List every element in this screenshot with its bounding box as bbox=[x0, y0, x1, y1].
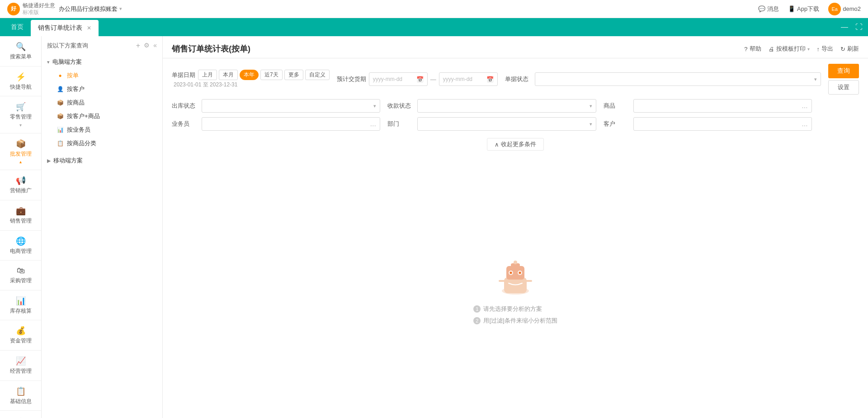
payment-status-select[interactable]: ▾ bbox=[417, 99, 596, 113]
tree-item-label: 按商品 bbox=[67, 99, 85, 107]
calendar-icon: 📅 bbox=[416, 76, 424, 83]
page-actions: ? 帮助 🖨 按模板打印 ▾ ↑ 导出 ↻ 刷新 bbox=[744, 45, 859, 53]
combined-icon: 📦 bbox=[56, 112, 64, 120]
customer-label: 客户 bbox=[604, 120, 631, 128]
left-panel-title: 按以下方案查询 bbox=[47, 42, 88, 50]
add-scheme-button[interactable]: + bbox=[136, 42, 140, 50]
refresh-action[interactable]: ↻ 刷新 bbox=[840, 45, 859, 53]
company-selector[interactable]: 办公用品行业模拟账套 ▾ bbox=[59, 5, 122, 13]
sidebar-item-search-menu[interactable]: 🔍 搜索菜单 bbox=[0, 36, 41, 66]
collapse-row: ∧ 收起更多条件 bbox=[172, 135, 859, 153]
right-main: 销售订单统计表(按单) ? 帮助 🖨 按模板打印 ▾ ↑ 导出 bbox=[163, 36, 868, 418]
tab-sales-order[interactable]: 销售订单统计表 ✕ bbox=[31, 20, 99, 36]
dept-group: 部门 ▾ bbox=[387, 117, 596, 131]
tree-item-label: 按客户 bbox=[67, 85, 85, 93]
sidebar-item-ecommerce[interactable]: 🌐 电商管理 bbox=[0, 231, 41, 261]
more-dots-icon[interactable]: … bbox=[802, 120, 808, 128]
query-button[interactable]: 查询 bbox=[828, 64, 859, 78]
filter-row-2: 出库状态 ▾ 收款状态 ▾ 商品 bbox=[172, 99, 859, 113]
help-action[interactable]: ? 帮助 bbox=[744, 45, 761, 53]
filter-area: 单据日期 上月 本月 本年 近7天 更多 自定义 2023-01-0 bbox=[163, 58, 868, 159]
inventory-icon: 📊 bbox=[16, 296, 26, 306]
dept-label: 部门 bbox=[387, 120, 415, 128]
date-btn-this-month[interactable]: 本月 bbox=[219, 70, 238, 80]
sidebar-item-quick-nav[interactable]: ⚡ 快捷导航 bbox=[0, 66, 41, 97]
payment-status-group: 收款状态 ▾ bbox=[387, 99, 596, 113]
sidebar-item-wholesale[interactable]: 📦 批发管理 ▴ bbox=[0, 133, 41, 171]
date-btn-more[interactable]: 更多 bbox=[284, 70, 303, 80]
date-btn-last-month[interactable]: 上月 bbox=[198, 70, 217, 80]
tab-expand-button[interactable]: ⛶ bbox=[854, 22, 864, 33]
dept-select[interactable]: ▾ bbox=[417, 117, 596, 131]
more-dots-icon[interactable]: … bbox=[370, 120, 376, 128]
settings-button[interactable]: 设置 bbox=[828, 80, 859, 95]
svg-point-5 bbox=[510, 271, 512, 274]
sidebar-item-operations[interactable]: 📈 经营管理 bbox=[0, 351, 41, 381]
collapse-button[interactable]: ∧ 收起更多条件 bbox=[487, 138, 544, 151]
tree-item-by-category[interactable]: 📋 按商品分类 bbox=[47, 137, 162, 150]
goods-icon: 📦 bbox=[56, 99, 64, 107]
collapse-panel-button[interactable]: « bbox=[153, 42, 157, 50]
quick-nav-icon: ⚡ bbox=[16, 72, 26, 82]
tab-minimize-button[interactable]: — bbox=[839, 22, 850, 33]
date-btn-custom[interactable]: 自定义 bbox=[305, 70, 330, 80]
search-icon: 🔍 bbox=[16, 42, 26, 52]
tree-section-pc: ▾ 电脑端方案 ● 按单 👤 按客户 📦 按商品 bbox=[42, 53, 162, 152]
tree-parent-mobile[interactable]: ▶ 移动端方案 bbox=[42, 154, 162, 167]
tree-item-by-salesman[interactable]: 📊 按业务员 bbox=[47, 123, 162, 137]
top-bar-left: 好 畅捷通好生意 标准版 办公用品行业模拟账套 ▾ bbox=[7, 2, 122, 15]
settings-scheme-button[interactable]: ⚙ bbox=[144, 42, 150, 50]
chevron-right-icon: ▶ bbox=[47, 158, 51, 164]
message-action[interactable]: 💬 消息 bbox=[758, 5, 779, 13]
sidebar-item-base-info[interactable]: 📋 基础信息 bbox=[0, 381, 41, 411]
empty-tip-2: 2 用[过滤]条件来缩小分析范围 bbox=[473, 317, 557, 325]
tree-item-by-order[interactable]: ● 按单 bbox=[47, 69, 162, 82]
empty-area: 1 请先选择要分析的方案 2 用[过滤]条件来缩小分析范围 bbox=[163, 159, 868, 418]
tree-item-by-customer-goods[interactable]: 📦 按客户+商品 bbox=[47, 109, 162, 123]
date-to-input[interactable]: yyyy-mm-dd 📅 bbox=[439, 72, 498, 86]
shipping-status-select[interactable]: ▾ bbox=[202, 99, 380, 113]
bill-status-select[interactable]: ▾ bbox=[535, 72, 821, 86]
sidebar-item-retail[interactable]: 🛒 零售管理 ▾ bbox=[0, 96, 41, 133]
user-action[interactable]: Ea demo2 bbox=[828, 3, 861, 15]
tree-parent-pc[interactable]: ▾ 电脑端方案 bbox=[42, 55, 162, 69]
tree-children-pc: ● 按单 👤 按客户 📦 按商品 📦 按客户+商品 bbox=[42, 69, 162, 150]
operations-icon: 📈 bbox=[16, 356, 26, 366]
sidebar-item-marketing[interactable]: 📢 营销推广 bbox=[0, 170, 41, 200]
export-action[interactable]: ↑ 导出 bbox=[817, 45, 834, 53]
sidebar-item-finance[interactable]: 💰 资金管理 bbox=[0, 320, 41, 351]
calendar-icon: 📅 bbox=[486, 76, 494, 83]
chevron-down-icon: ▾ bbox=[19, 123, 22, 128]
filter-row-3: 业务员 … 部门 ▾ 客户 bbox=[172, 117, 859, 131]
tree-item-label: 按客户+商品 bbox=[67, 112, 100, 120]
date-btn-last-7-days[interactable]: 近7天 bbox=[260, 70, 283, 80]
content-area: 按以下方案查询 + ⚙ « ▾ 电脑端方案 ● 按单 bbox=[42, 36, 868, 418]
sidebar-item-sales[interactable]: 💼 销售管理 bbox=[0, 200, 41, 231]
expected-delivery-group: 预计交货期 yyyy-mm-dd 📅 — yyyy-mm-dd 📅 bbox=[337, 72, 498, 86]
payment-status-label: 收款状态 bbox=[387, 102, 415, 110]
pc-section-label: 电脑端方案 bbox=[52, 58, 82, 66]
date-btn-this-year[interactable]: 本年 bbox=[240, 70, 259, 80]
date-range-text: 2023-01-01 至 2023-12-31 bbox=[172, 81, 237, 89]
goods-select[interactable]: … bbox=[633, 99, 812, 113]
table-icon: 📋 bbox=[56, 139, 64, 147]
more-dots-icon[interactable]: … bbox=[802, 102, 808, 109]
sidebar-item-system[interactable]: ⚙ 系统管理 bbox=[0, 411, 41, 418]
chevron-down-icon: ▾ bbox=[807, 47, 810, 52]
salesman-select[interactable]: … bbox=[202, 117, 380, 131]
sidebar-item-purchase[interactable]: 🛍 采购管理 bbox=[0, 261, 41, 290]
sidebar-item-inventory[interactable]: 📊 库存核算 bbox=[0, 290, 41, 321]
export-icon: ↑ bbox=[817, 46, 820, 52]
customer-select[interactable]: … bbox=[633, 117, 812, 131]
tree-item-by-customer[interactable]: 👤 按客户 bbox=[47, 82, 162, 96]
app-download-action[interactable]: 📱 App下载 bbox=[788, 5, 819, 13]
print-icon: 🖨 bbox=[769, 46, 774, 52]
date-from-input[interactable]: yyyy-mm-dd 📅 bbox=[369, 72, 428, 86]
template-print-action[interactable]: 🖨 按模板打印 ▾ bbox=[769, 45, 810, 53]
chevron-down-icon: ▾ bbox=[119, 6, 122, 12]
date-filter-group: 单据日期 上月 本月 本年 近7天 更多 自定义 2023-01-0 bbox=[172, 70, 330, 89]
tab-home[interactable]: 首页 bbox=[4, 18, 31, 36]
tab-close-icon[interactable]: ✕ bbox=[87, 25, 91, 31]
tree-item-by-goods[interactable]: 📦 按商品 bbox=[47, 96, 162, 109]
tree-section-mobile: ▶ 移动端方案 bbox=[42, 152, 162, 169]
